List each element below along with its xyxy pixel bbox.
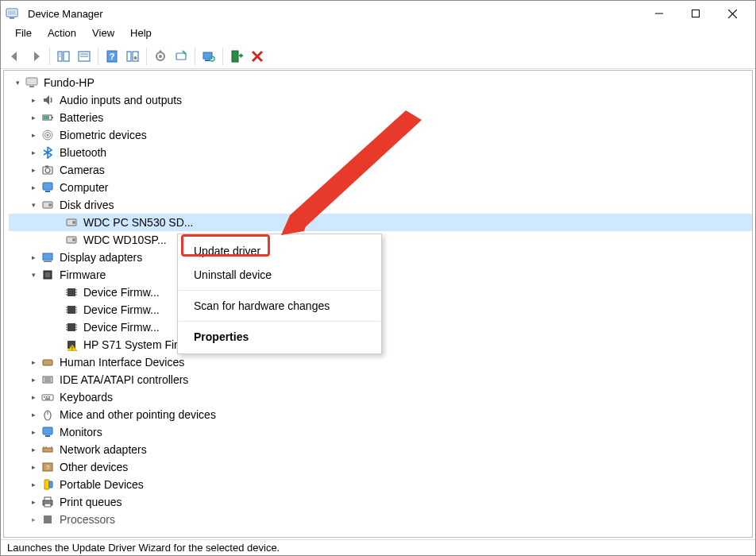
chevron-right-icon[interactable]: ▸ [28,409,39,420]
tree-item-label: Audio inputs and outputs [60,94,182,106]
chip-icon [64,303,79,317]
tree-item-label: Cameras [60,164,105,176]
chevron-right-icon[interactable]: ▸ [28,164,39,176]
tree-item-computer[interactable]: ▸ Computer [9,179,752,196]
context-update-driver[interactable]: Update driver [178,239,381,263]
svg-rect-99 [44,515,52,523]
help-tb-button[interactable] [75,47,94,66]
svg-text:?: ? [46,464,50,471]
tree-item-mice[interactable]: ▸ Mice and other pointing devices [9,406,752,423]
svg-rect-65 [68,323,75,331]
tree-item-label: Bluetooth [60,146,106,159]
chevron-right-icon[interactable]: ▸ [28,392,39,403]
tree-item-network[interactable]: ▸ Network adapters [9,441,752,458]
svg-rect-98 [44,504,51,507]
svg-rect-58 [68,306,75,314]
update-driver-tb-button[interactable] [151,47,170,66]
chevron-right-icon[interactable]: ▸ [28,147,39,158]
chevron-right-icon[interactable]: ▸ [28,95,39,106]
tree-item-label: Network adapters [60,443,147,456]
chevron-right-icon[interactable]: ▸ [28,182,39,193]
scan-hardware-tb-button[interactable] [199,47,218,66]
tree-item-bluetooth[interactable]: ▸ Bluetooth [9,144,752,161]
biometric-icon [40,128,55,142]
chevron-right-icon[interactable]: ▸ [28,374,39,385]
tree-item-other[interactable]: ▸ ? Other devices [9,458,752,476]
tree-item-cameras[interactable]: ▸ Cameras [9,161,752,179]
svg-rect-87 [45,435,50,437]
toolbar-separator [49,48,50,65]
disable-device-tb-button[interactable] [172,47,191,66]
chevron-right-icon[interactable]: ▸ [28,252,39,263]
add-legacy-tb-button[interactable] [227,47,246,66]
minimize-button[interactable] [641,2,677,25]
no-expander [52,234,63,245]
tree-item-processors[interactable]: ▸ Processors [9,511,752,528]
chevron-down-icon[interactable]: ▾ [28,199,39,210]
chevron-right-icon[interactable]: ▸ [28,129,39,141]
toolbar-separator [146,48,147,65]
svg-rect-21 [176,53,186,60]
chevron-right-icon[interactable]: ▸ [28,427,39,438]
menu-view[interactable]: View [84,26,122,44]
forward-button[interactable] [26,47,45,66]
tree-item-label: Biometric devices [60,129,147,141]
chip-icon [64,320,79,334]
monitor-icon [40,180,55,195]
close-button[interactable] [714,2,750,25]
window-title: Device Manager [28,8,641,20]
uninstall-tb-button[interactable] [248,47,267,66]
svg-rect-1 [8,10,16,15]
tree-item-label: Batteries [60,111,103,124]
svg-text:!: ! [71,346,73,351]
svg-rect-22 [203,52,212,59]
help-icon-button[interactable]: ? [102,47,122,66]
tree-item-keyboards[interactable]: ▸ Keyboards [9,388,752,406]
tree-item-portable[interactable]: ▸ Portable Devices [9,476,752,493]
toolbar-separator [195,48,195,65]
properties-tb-button[interactable] [123,47,142,66]
tree-item-biometric[interactable]: ▸ Biometric devices [9,126,752,144]
tree-item-ide[interactable]: ▸ IDE ATA/ATAPI controllers [9,371,752,388]
svg-point-46 [72,238,75,241]
menu-action[interactable]: Action [40,26,84,44]
chevron-right-icon[interactable]: ▸ [28,496,39,508]
svg-rect-82 [48,396,50,398]
battery-icon [40,110,55,125]
show-hide-tree-button[interactable] [54,47,73,66]
tree-item-hid[interactable]: ▸ Human Interface Devices [9,353,752,371]
camera-icon [40,163,55,177]
context-scan-hardware[interactable]: Scan for hardware changes [178,294,381,318]
tree-item-monitors[interactable]: ▸ Monitors [9,423,752,441]
svg-rect-31 [52,117,53,118]
tree-item-label: Human Interface Devices [60,356,184,369]
chevron-right-icon[interactable]: ▸ [28,461,39,473]
tree-item-label: WDC PC SN530 SD... [83,216,193,229]
context-menu: Update driver Uninstall device Scan for … [177,234,382,354]
context-properties[interactable]: Properties [178,325,381,349]
svg-rect-94 [44,480,49,489]
tree-root[interactable]: ▾ Fundo-HP [9,74,752,91]
context-separator [179,290,380,291]
menu-file[interactable]: File [7,26,40,44]
context-uninstall-device[interactable]: Uninstall device [178,263,381,287]
tree-item-print-queues[interactable]: ▸ Print queues [9,493,752,511]
chevron-down-icon[interactable]: ▾ [12,77,23,88]
tree-item-disk-wdc-sn530[interactable]: WDC PC SN530 SD... [9,214,752,231]
menu-help[interactable]: Help [122,26,160,44]
chevron-down-icon[interactable]: ▾ [28,269,39,280]
chevron-right-icon[interactable]: ▸ [28,479,39,490]
tree-item-disk-drives[interactable]: ▾ Disk drives [9,196,752,214]
chevron-right-icon[interactable]: ▸ [28,357,39,368]
tree-item-batteries[interactable]: ▸ Batteries [9,109,752,126]
tree-item-label: Processors [60,513,115,526]
back-button[interactable] [6,47,25,66]
maximize-button[interactable] [677,2,714,25]
chevron-right-icon[interactable]: ▸ [28,112,39,123]
chevron-right-icon[interactable]: ▸ [28,514,39,525]
toolbar-separator [98,48,98,65]
tree-item-audio[interactable]: ▸ Audio inputs and outputs [9,91,752,109]
svg-rect-38 [45,166,48,168]
chevron-right-icon[interactable]: ▸ [28,444,39,455]
tree-item-label: Firmware [60,268,106,281]
